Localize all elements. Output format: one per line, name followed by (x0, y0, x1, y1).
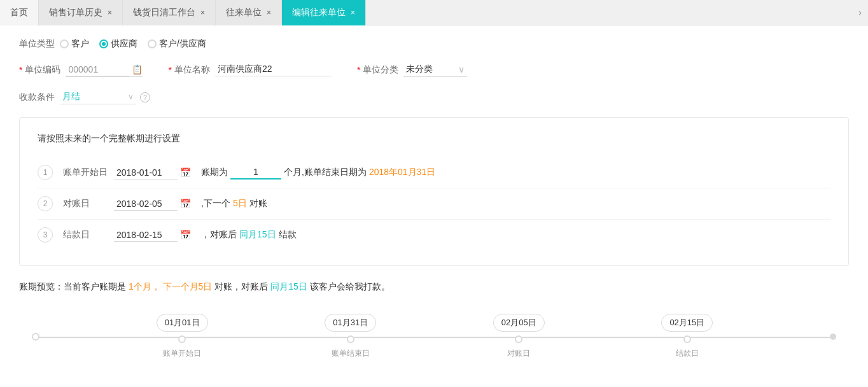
radio-customer[interactable]: 客户 (60, 38, 89, 50)
row-label-3: 结款日 (63, 229, 114, 241)
check-date-field: 📅 (114, 197, 191, 211)
timeline-row-1: 1 账单开始日 📅 账期为 个月,账单结束日期为 2018年01月31日 (38, 157, 830, 188)
row-num-2: 2 (38, 196, 53, 211)
close-icon[interactable]: × (267, 9, 271, 17)
timeline-row-2: 2 对账日 📅 ,下一个 5日 对账 (38, 188, 830, 220)
tab-edit-partner[interactable]: 编辑往来单位 × (282, 0, 366, 25)
radio-supplier[interactable]: 供应商 (99, 38, 137, 50)
name-label: 单位名称 (174, 64, 210, 76)
preview-text: 账期预览：当前客户账期是 1个月， 下一个月5日 对账，对账后 同月15日 该客… (19, 279, 849, 295)
check-date-input[interactable] (114, 197, 178, 211)
copy-icon[interactable]: 📋 (132, 64, 143, 74)
pay-date-field: 📅 (114, 229, 191, 242)
code-label: 单位编码 (25, 64, 60, 76)
tab-home[interactable]: 首页 (0, 0, 39, 25)
timeline-start-dot (32, 333, 39, 341)
row-3-desc: ，对账后 同月15日 结款 (201, 229, 297, 241)
tab-partner[interactable]: 往来单位 × (216, 0, 282, 25)
start-date-input[interactable] (114, 166, 178, 179)
radio-group: 客户 供应商 客户/供应商 (60, 38, 206, 50)
unit-type-label: 单位类型 (19, 38, 55, 50)
code-input[interactable] (66, 63, 129, 76)
panel-title: 请按照未来的一个完整帐期进行设置 (38, 133, 830, 144)
timeline-point-2: 01月31日 账单结束日 (325, 314, 376, 359)
classify-value: 未分类 (406, 64, 453, 75)
classify-select[interactable]: 未分类 ∨ (403, 62, 467, 77)
tab-sales-history[interactable]: 销售订单历史 × (39, 0, 123, 25)
payment-value: 月结 (62, 91, 124, 102)
radio-both[interactable]: 客户/供应商 (148, 38, 206, 50)
timeline-point-4: 02月15日 结款日 (661, 314, 713, 359)
chevron-down-icon: ∨ (458, 64, 465, 74)
help-icon[interactable]: ? (140, 92, 150, 102)
row-num-3: 3 (38, 227, 53, 243)
timeline-point-3: 02月05日 对账日 (493, 314, 545, 359)
payment-select[interactable]: 月结 ∨ (60, 90, 136, 104)
tab-nav-arrow[interactable]: › (852, 7, 868, 18)
calendar-icon[interactable]: 📅 (180, 199, 191, 209)
row-num-1: 1 (38, 165, 53, 180)
close-icon[interactable]: × (108, 9, 112, 17)
row-1-desc: 账期为 个月,账单结束日期为 2018年01月31日 (201, 165, 435, 179)
close-icon[interactable]: × (200, 9, 205, 17)
content-area: 单位类型 客户 供应商 客户/供应商 * 单位编码 (0, 25, 868, 387)
timeline-end-dot (830, 334, 836, 340)
tab-bar: 首页 销售订单历史 × 钱货日清工作台 × 往来单位 × 编辑往来单位 × › (0, 0, 868, 25)
code-input-wrapper: 📋 (66, 63, 143, 77)
payment-label: 收款条件 (19, 92, 55, 103)
settings-panel: 请按照未来的一个完整帐期进行设置 1 账单开始日 📅 账期为 个月,账单结束日期… (19, 117, 849, 266)
row-label-2: 对账日 (63, 198, 114, 209)
calendar-icon[interactable]: 📅 (180, 167, 191, 178)
pay-date-input[interactable] (114, 229, 178, 242)
timeline-point-1: 01月01日 账单开始日 (157, 314, 208, 359)
period-input[interactable] (230, 165, 281, 179)
timeline-bar: 01月01日 账单开始日 01月31日 账单结束日 02月05日 对账日 02月… (19, 307, 849, 365)
chevron-down-icon: ∨ (128, 92, 134, 101)
calendar-icon[interactable]: 📅 (180, 230, 191, 240)
close-icon[interactable]: × (351, 9, 355, 17)
timeline-row-3: 3 结款日 📅 ，对账后 同月15日 结款 (38, 220, 830, 250)
tab-cash-work[interactable]: 钱货日清工作台 × (123, 0, 216, 25)
name-input[interactable] (215, 63, 332, 76)
classify-label: 单位分类 (363, 64, 398, 76)
row-2-desc: ,下一个 5日 对账 (201, 198, 267, 209)
row-label-1: 账单开始日 (63, 167, 114, 178)
preview-section: 账期预览：当前客户账期是 1个月， 下一个月5日 对账，对账后 同月15日 该客… (19, 279, 849, 365)
start-date-field: 📅 (114, 166, 191, 179)
